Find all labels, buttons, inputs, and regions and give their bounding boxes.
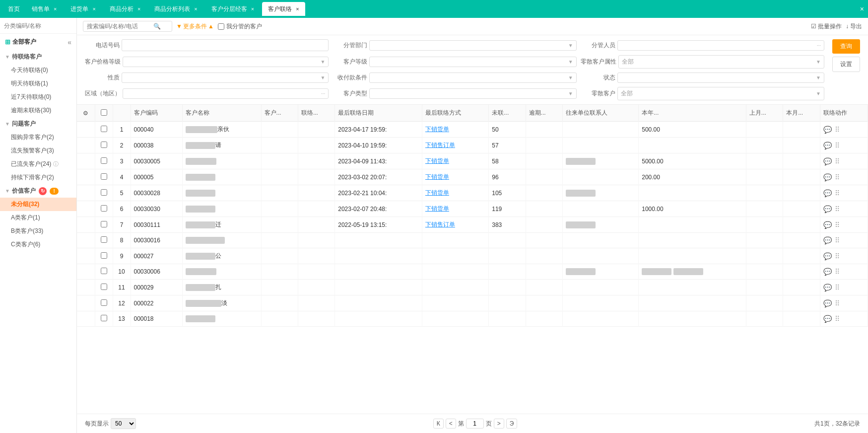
row-select-checkbox[interactable] bbox=[101, 315, 107, 321]
contact-way-link[interactable]: 下销货单 bbox=[425, 157, 449, 164]
tab-sales[interactable]: 销售单 × bbox=[26, 2, 63, 16]
more-action-icon[interactable]: ⠿ bbox=[835, 157, 840, 165]
next-page-button[interactable]: > bbox=[494, 419, 504, 429]
more-action-icon[interactable]: ⠿ bbox=[835, 299, 840, 307]
chat-action-icon[interactable]: 💬 bbox=[823, 299, 832, 307]
dept-select[interactable]: ▼ bbox=[369, 40, 576, 51]
tab-customer-segment-close[interactable]: × bbox=[251, 6, 254, 12]
sidebar-item-tomorrow[interactable]: 明天待联络(1) bbox=[0, 77, 76, 90]
first-page-button[interactable]: К bbox=[433, 419, 444, 429]
retail-attr-select[interactable]: 全部 ▼ bbox=[618, 55, 824, 69]
chat-action-icon[interactable]: 💬 bbox=[823, 173, 832, 181]
row-select-checkbox[interactable] bbox=[101, 268, 107, 274]
row-select-checkbox[interactable] bbox=[101, 236, 107, 243]
sidebar-item-churned[interactable]: 已流失客户(24) ⓘ bbox=[0, 157, 76, 171]
row-select-checkbox[interactable] bbox=[101, 221, 107, 227]
contact-way-link[interactable]: 下销货单 bbox=[425, 126, 449, 133]
page-input[interactable] bbox=[466, 419, 484, 429]
chat-action-icon[interactable]: 💬 bbox=[823, 221, 832, 229]
row-select-checkbox[interactable] bbox=[101, 142, 107, 148]
tab-product-analysis-close[interactable]: × bbox=[137, 6, 140, 12]
sidebar-section-problem[interactable]: ▼ 问题客户 bbox=[0, 117, 76, 131]
more-action-icon[interactable]: ⠿ bbox=[835, 236, 840, 244]
more-action-icon[interactable]: ⠿ bbox=[835, 315, 840, 323]
phone-input[interactable] bbox=[122, 39, 329, 51]
sidebar-item-declining[interactable]: 持续下滑客户(2) bbox=[0, 171, 76, 184]
export-button[interactable]: ↓ 导出 bbox=[846, 22, 862, 31]
tab-product-analysis-list[interactable]: 商品分析列表 × bbox=[148, 2, 203, 16]
sidebar-section-value[interactable]: ▼ 价值客户 ↻ ！ bbox=[0, 184, 76, 198]
sidebar-item-class-a[interactable]: A类客户(1) bbox=[0, 211, 76, 224]
chat-action-icon[interactable]: 💬 bbox=[823, 284, 832, 291]
tab-customer-contact[interactable]: 客户联络 × bbox=[262, 2, 305, 16]
sidebar-item-churn-warning[interactable]: 流失预警客户(3) bbox=[0, 144, 76, 157]
sidebar-item-week[interactable]: 近7天待联络(0) bbox=[0, 90, 76, 104]
tab-sales-close[interactable]: × bbox=[54, 6, 57, 12]
batch-operation-button[interactable]: ☑ 批量操作 bbox=[811, 22, 842, 31]
chat-action-icon[interactable]: 💬 bbox=[823, 252, 832, 260]
row-select-checkbox[interactable] bbox=[101, 126, 107, 132]
row-select-checkbox[interactable] bbox=[101, 173, 107, 180]
manager-select[interactable]: ··· bbox=[617, 40, 824, 51]
chat-action-icon[interactable]: 💬 bbox=[823, 315, 832, 323]
col-settings[interactable]: ⚙ bbox=[77, 105, 95, 122]
more-action-icon[interactable]: ⠿ bbox=[835, 173, 840, 181]
chat-action-icon[interactable]: 💬 bbox=[823, 205, 832, 213]
sidebar-item-class-b[interactable]: B类客户(33) bbox=[0, 224, 76, 238]
more-conditions[interactable]: ▼ 更多条件 ▲ bbox=[176, 22, 214, 31]
chat-action-icon[interactable]: 💬 bbox=[823, 268, 832, 276]
sidebar-collapse-button[interactable]: « bbox=[67, 38, 71, 46]
tab-purchase-close[interactable]: × bbox=[92, 6, 95, 12]
contact-way-link[interactable]: 下销售订单 bbox=[425, 221, 455, 228]
row-select-checkbox[interactable] bbox=[101, 284, 107, 290]
sidebar-item-today[interactable]: 今天待联络(0) bbox=[0, 64, 76, 77]
row-select-checkbox[interactable] bbox=[101, 157, 107, 164]
nav-home[interactable]: 首页 bbox=[4, 5, 24, 13]
sidebar-search-input[interactable] bbox=[4, 22, 77, 29]
row-select-checkbox[interactable] bbox=[101, 299, 107, 306]
sidebar-item-class-c[interactable]: C类客户(6) bbox=[0, 238, 76, 251]
contact-way-link[interactable]: 下销货单 bbox=[425, 173, 449, 180]
tab-customer-contact-close[interactable]: × bbox=[296, 6, 299, 12]
sidebar-item-unclassified[interactable]: 未分组(32) bbox=[0, 198, 76, 211]
tab-customer-segment[interactable]: 客户分层经客 × bbox=[205, 2, 260, 16]
sidebar-item-overdue[interactable]: 逾期未联络(30) bbox=[0, 104, 76, 117]
payment-select[interactable]: ▼ bbox=[369, 72, 576, 83]
chat-action-icon[interactable]: 💬 bbox=[823, 126, 832, 134]
reset-button[interactable]: 设置 bbox=[832, 57, 860, 72]
contact-way-link[interactable]: 下销货单 bbox=[425, 205, 449, 212]
search-input[interactable] bbox=[87, 23, 151, 30]
more-action-icon[interactable]: ⠿ bbox=[835, 252, 840, 260]
sidebar-item-hoarding-anomaly[interactable]: 囤购异常客户(2) bbox=[0, 131, 76, 144]
query-button[interactable]: 查询 bbox=[832, 39, 860, 54]
chat-action-icon[interactable]: 💬 bbox=[823, 157, 832, 165]
chat-action-icon[interactable]: 💬 bbox=[823, 236, 832, 244]
my-customers-checkbox[interactable] bbox=[218, 23, 224, 30]
row-select-checkbox[interactable] bbox=[101, 205, 107, 212]
tab-product-analysis-list-close[interactable]: × bbox=[194, 6, 197, 12]
more-action-icon[interactable]: ⠿ bbox=[835, 205, 840, 213]
row-select-checkbox[interactable] bbox=[101, 189, 107, 196]
more-action-icon[interactable]: ⠿ bbox=[835, 268, 840, 276]
last-page-button[interactable]: Э bbox=[506, 419, 518, 429]
chat-action-icon[interactable]: 💬 bbox=[823, 189, 832, 197]
page-size-select[interactable]: 50 100 bbox=[111, 418, 136, 429]
more-action-icon[interactable]: ⠿ bbox=[835, 126, 840, 134]
chat-action-icon[interactable]: 💬 bbox=[823, 142, 832, 149]
contact-way-link[interactable]: 下销售订单 bbox=[425, 142, 455, 148]
prev-page-button[interactable]: < bbox=[446, 419, 456, 429]
sidebar-all-customers[interactable]: ⊞ 全部客户 « bbox=[0, 34, 76, 50]
settings-icon[interactable]: ⚙ bbox=[83, 110, 88, 117]
value-refresh-icon[interactable]: ↻ bbox=[39, 187, 47, 195]
sidebar-section-pending[interactable]: ▼ 待联络客户 bbox=[0, 50, 76, 64]
region-select[interactable]: ··· bbox=[123, 88, 329, 99]
window-close-button[interactable]: × bbox=[860, 5, 864, 13]
select-all-checkbox[interactable] bbox=[101, 109, 107, 116]
status-select[interactable]: ▼ bbox=[617, 72, 824, 83]
row-select-checkbox[interactable] bbox=[101, 252, 107, 259]
customer-level-select[interactable]: ▼ bbox=[369, 57, 576, 67]
price-level-select[interactable]: ▼ bbox=[123, 57, 329, 67]
contact-way-link[interactable]: 下销货单 bbox=[425, 189, 449, 196]
more-action-icon[interactable]: ⠿ bbox=[835, 221, 840, 229]
customer-type-select[interactable]: ▼ bbox=[369, 88, 576, 99]
